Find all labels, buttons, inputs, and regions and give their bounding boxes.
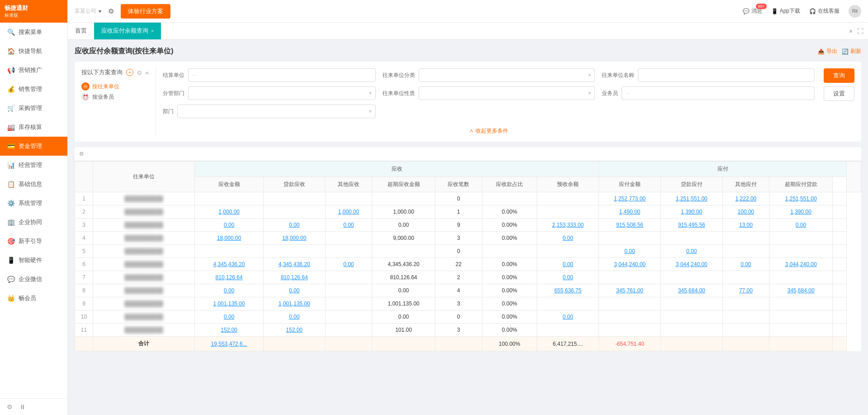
settlement-unit-input[interactable]: ··· (188, 68, 376, 82)
settlement-unit-dots: ··· (192, 72, 197, 78)
table-row: 6 ██████████ 4,345,436.20 4,345,436.20 0… (75, 258, 861, 271)
table-settings-icon[interactable]: ⚙ (79, 151, 84, 157)
field-partner-category: 往来单位分类 ▾ (382, 68, 595, 82)
topbar-dropdown-icon[interactable]: ▾ (99, 8, 101, 14)
user-avatar[interactable]: Rit (849, 5, 861, 18)
tab-query[interactable]: 应收应付余额查询 × (94, 23, 161, 39)
search-settings-icon[interactable]: ⊙ (137, 69, 142, 76)
collapse-more-button[interactable]: ∧ 收起更多条件 (469, 128, 508, 134)
search-mode-by-partner[interactable]: ㊙ 按往来单位 (81, 82, 149, 91)
row-partner: ██████████ (93, 205, 195, 219)
field-dept: 部门 ▾ (163, 105, 376, 118)
sidebar-item-purchase[interactable]: 🛒采购管理 (0, 99, 67, 118)
page-title: 应收应付余额查询(按往来单位) (75, 47, 174, 56)
settings-button[interactable]: 设置 (824, 86, 854, 101)
th-loan-payable: 贷款应付 (660, 177, 722, 192)
app-icon: 📱 (771, 8, 778, 14)
partner-name-input[interactable] (638, 68, 815, 82)
page-actions: 📤 导出 🔄 刷新 (818, 48, 861, 55)
search-add-icon[interactable]: + (126, 69, 133, 76)
sidebar-item-wechat[interactable]: 💬企业微信 (0, 270, 67, 289)
sidebar-item-corp[interactable]: 🏢企业协同 (0, 213, 67, 232)
dept-manage-select[interactable]: ▾ (188, 86, 376, 100)
marketing-icon: 📢 (7, 67, 15, 74)
th-other-receivable: 其他应收 (325, 177, 372, 192)
export-icon: 📤 (818, 48, 825, 55)
mode-partner-label: 按往来单位 (92, 83, 119, 91)
topbar-right: 💬 消息 99+ 📱 App下载 🎧 在线客服 Rit (743, 5, 861, 18)
th-receivable-group: 应收 (195, 162, 599, 177)
th-overdue-receivable: 超期应收金额 (372, 177, 435, 192)
mode-partner-icon: ㊙ (81, 82, 90, 91)
sidebar-item-hardware[interactable]: 📱智能硬件 (0, 251, 67, 270)
row-num: 1 (75, 192, 93, 205)
fullscreen-icon[interactable]: ⛶ (857, 28, 863, 35)
th-payable-group: 应付 (599, 162, 847, 177)
total-overdue-receivable (372, 337, 435, 351)
tab-home[interactable]: 首页 (68, 23, 94, 39)
row-partner: ██████████ (93, 271, 195, 284)
sidebar-item-sales[interactable]: 💰销售管理 (0, 80, 67, 99)
total-prepaid: 6,417,215.... (537, 337, 599, 351)
table-row: 9 ██████████ 1,001,135.00 1,001,135.00 1… (75, 297, 861, 310)
dept-manage-label: 分管部门 (163, 90, 184, 97)
salesman-label: 业务员 (602, 90, 618, 97)
sidebar-item-search[interactable]: 🔍搜索菜单 (0, 23, 67, 42)
search-mode-by-salesman[interactable]: ⏰ 按业务员 (81, 93, 149, 101)
query-button[interactable]: 查询 (824, 68, 854, 83)
tab-query-close-icon[interactable]: × (151, 28, 154, 33)
salesman-input[interactable]: ··· (622, 86, 815, 100)
sidebar-item-capital[interactable]: 💳资金管理 (0, 137, 67, 156)
total-other-receivable (325, 337, 372, 351)
topbar-notification[interactable]: 💬 消息 99+ (743, 7, 762, 15)
partner-category-select[interactable]: ▾ (419, 68, 595, 82)
refresh-button[interactable]: 🔄 刷新 (842, 48, 861, 55)
row-num: 10 (75, 310, 93, 324)
topbar-app-download[interactable]: 📱 App下载 (771, 7, 800, 15)
table-scroll-area[interactable]: 往来单位 应收 应付 应收金额 贷款应收 其他应收 超期应收金额 应收笔数 应收… (75, 161, 861, 351)
inventory-icon: 🏭 (7, 124, 15, 131)
sidebar-settings-icon[interactable]: ⚙ (7, 403, 13, 410)
export-button[interactable]: 📤 导出 (818, 48, 837, 55)
total-receivable-ratio: 100.00% (482, 337, 537, 351)
sidebar-item-label-marketing: 营销推广 (19, 66, 42, 74)
operation-icon: 📊 (7, 162, 15, 169)
sidebar-item-label-guide: 新手引导 (19, 237, 42, 245)
topbar-solution-button[interactable]: 体验行业方案 (121, 4, 170, 19)
sidebar-item-inventory[interactable]: 🏭库存核算 (0, 118, 67, 137)
sidebar-item-label-corp: 企业协同 (19, 218, 42, 226)
row-num: 8 (75, 284, 93, 297)
sidebar-item-quicknav[interactable]: 🏠快捷导航 (0, 42, 67, 61)
sidebar-item-member[interactable]: 👑畅会员 (0, 289, 67, 308)
total-loan-receivable (264, 337, 326, 351)
topbar-settings-icon[interactable]: ⚙ (108, 7, 114, 15)
sidebar-nav: 🔍搜索菜单🏠快捷导航📢营销推广💰销售管理🛒采购管理🏭库存核算💳资金管理📊经营管理… (0, 23, 67, 398)
window-close-icon[interactable]: × (849, 28, 853, 35)
sidebar-item-system[interactable]: ⚙️系统管理 (0, 194, 67, 213)
table-row: 10 ██████████ 0.00 0.00 0.00 0 0.00% 0.0… (75, 310, 861, 324)
sidebar-item-operation[interactable]: 📊经营管理 (0, 156, 67, 175)
sidebar-footer: ⚙ ⏸ (0, 398, 67, 415)
sidebar-item-label-member: 畅会员 (19, 294, 36, 302)
row-partner: ██████████ (93, 192, 195, 205)
sidebar-item-marketing[interactable]: 📢营销推广 (0, 61, 67, 80)
sidebar-collapse-icon[interactable]: ⏸ (19, 403, 26, 410)
total-payable-extra (832, 337, 847, 351)
table-row: 1 ██████████ 0 1,252,773.00 1,251,551.00… (75, 192, 861, 205)
sidebar-item-guide[interactable]: 🎯新手引导 (0, 232, 67, 251)
sidebar-item-basic[interactable]: 📋基础信息 (0, 175, 67, 194)
page-header: 应收应付余额查询(按往来单位) 📤 导出 🔄 刷新 (75, 47, 861, 56)
topbar-customer-service[interactable]: 🎧 在线客服 (809, 7, 840, 15)
table-row: 2 ██████████ 1,000.00 1,000.00 1,000.00 … (75, 205, 861, 219)
total-payable-amount: -654,751.40 (599, 337, 661, 351)
partner-nature-select[interactable]: ▾ (419, 86, 595, 100)
search-collapse-icon[interactable]: « (146, 69, 149, 76)
row-num: 4 (75, 232, 93, 245)
message-icon: 💬 (743, 8, 750, 14)
field-salesman: 业务员 ··· (602, 86, 815, 100)
total-empty (75, 337, 93, 351)
system-icon: ⚙️ (7, 200, 15, 207)
export-label: 导出 (826, 48, 837, 55)
dept-select[interactable]: ▾ (177, 105, 376, 118)
sidebar-logo-edition: 标准版 (5, 12, 18, 19)
